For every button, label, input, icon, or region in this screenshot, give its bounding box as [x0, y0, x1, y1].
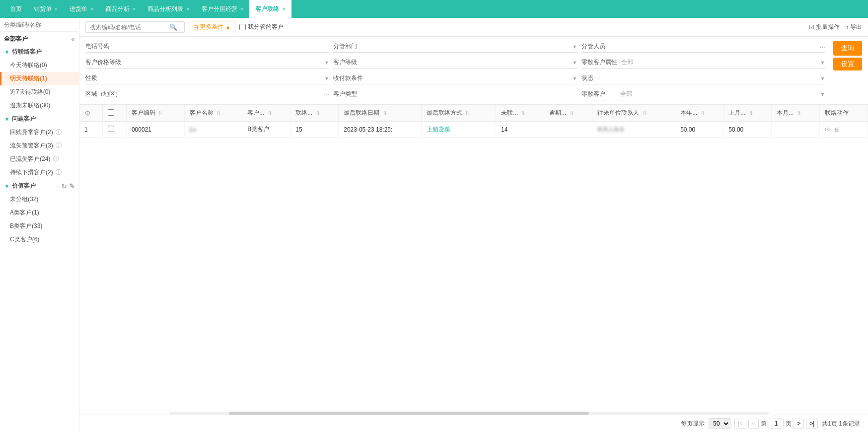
close-icon[interactable]: ×	[133, 6, 136, 12]
per-page-select[interactable]: 50	[709, 418, 730, 429]
query-button[interactable]: 查询	[833, 41, 862, 56]
col-contact-person[interactable]: 往来单位联系人 ⇅	[592, 105, 675, 122]
horizontal-scrollbar[interactable]	[169, 412, 769, 415]
arrow-icon: ▼	[4, 49, 10, 56]
row-select-checkbox[interactable]	[108, 126, 114, 132]
sidebar-search-area: 🔍	[0, 18, 79, 32]
sidebar-item-a-class[interactable]: A类客户(1)	[0, 206, 79, 219]
sidebar: 🔍 全部客户 « ▼ 待联络客户 今天待联络(0) 明天待联络(1) 近7天待联…	[0, 18, 79, 432]
filter-customer-level[interactable]: 客户等级 ▼	[333, 57, 577, 69]
edit-icon[interactable]: ✎	[69, 182, 75, 190]
scrollbar-thumb[interactable]	[229, 412, 589, 415]
nav-item-customer-segment[interactable]: 客户分层经营 ×	[196, 0, 249, 18]
filter-price-level[interactable]: 客户价格等级 ▼	[85, 57, 329, 69]
footer: 每页显示 50 |< < 第 页 > >| 共1页 1条记录	[79, 415, 868, 432]
col-code[interactable]: 客户编码 ⇅	[126, 105, 184, 122]
sort-icon: ⇅	[521, 110, 525, 116]
last-page-button[interactable]: >|	[806, 419, 818, 429]
col-contact-count[interactable]: 联络... ⇅	[290, 105, 339, 122]
filter-region[interactable]: 区域（地区） ···	[85, 88, 329, 100]
col-this-year[interactable]: 本年... ⇅	[675, 105, 723, 122]
close-icon[interactable]: ×	[186, 6, 189, 12]
close-icon[interactable]: ×	[240, 6, 243, 12]
sidebar-item-churn-warning[interactable]: 流失预警客户(3) ⓘ	[0, 139, 79, 152]
prev-page-button[interactable]: <	[748, 419, 759, 429]
more-filters-button[interactable]: ⊟ 更多条件 ▲	[189, 21, 235, 33]
close-icon[interactable]: ×	[90, 6, 93, 12]
sidebar-search-input[interactable]	[4, 21, 78, 28]
filter-dept[interactable]: 分管部门 ▼	[333, 41, 577, 53]
info-icon: ⓘ	[56, 129, 62, 136]
sidebar-item-c-class[interactable]: C类客户(6)	[0, 233, 79, 246]
refresh-icon[interactable]: ↻	[61, 182, 67, 190]
sidebar-item-b-class[interactable]: B类客户(33)	[0, 219, 79, 233]
chevron-down-icon: ▼	[324, 60, 329, 66]
nav-item-product-analysis-list[interactable]: 商品分析列表 ×	[142, 0, 195, 18]
page-number-input[interactable]	[769, 419, 784, 429]
sidebar-item-repurchase-abnormal[interactable]: 回购异常客户(2) ⓘ	[0, 126, 79, 139]
my-customer-checkbox-area[interactable]: 我分管的客户	[239, 23, 284, 31]
sidebar-item-today-pending[interactable]: 今天待联络(0)	[0, 59, 79, 72]
sort-icon: ⇅	[316, 110, 320, 116]
next-page-button[interactable]: >	[794, 419, 804, 429]
col-last-month[interactable]: 上月... ⇅	[723, 105, 772, 122]
col-last-date[interactable]: 最后联络日期 ⇅	[339, 105, 422, 122]
row-this-year: 50.00	[675, 122, 723, 138]
data-table-wrapper: ⚙ 客户编码 ⇅ 客户名称 ⇅	[79, 105, 868, 411]
nav-item-product-analysis[interactable]: 商品分析 ×	[100, 0, 142, 18]
more-icon[interactable]: ⊞	[835, 126, 840, 133]
col-this-month[interactable]: 本月... ⇅	[772, 105, 820, 122]
sidebar-item-7days-pending[interactable]: 近7天待联络(0)	[0, 85, 79, 99]
row-last-method[interactable]: 下销货单	[421, 122, 496, 138]
col-overdue[interactable]: 逾期... ⇅	[544, 105, 592, 122]
export-button[interactable]: ↑ 导出	[846, 23, 862, 31]
search-icon[interactable]: 🔍	[169, 23, 177, 31]
first-page-button[interactable]: |<	[734, 419, 746, 429]
filter-phone: 电话号码	[85, 41, 329, 53]
row-contact-person: 联系人姓名	[592, 122, 675, 138]
close-icon[interactable]: ×	[55, 6, 58, 12]
col-type[interactable]: 客户... ⇅	[242, 105, 290, 122]
filter-retail-customer[interactable]: 零散客户 全部 ▼	[581, 88, 825, 100]
sort-icon: ⇅	[570, 110, 574, 116]
nav-item-sales[interactable]: 销货单 ×	[28, 0, 64, 18]
my-customer-checkbox[interactable]	[239, 24, 246, 30]
sidebar-group-pending: ▼ 待联络客户	[0, 45, 79, 59]
contact-icon[interactable]: ✉	[825, 126, 830, 133]
filter-nature[interactable]: 性质 ▼	[85, 72, 329, 84]
row-overdue	[544, 122, 592, 138]
batch-operation-button[interactable]: ☑ 批量操作	[809, 23, 840, 31]
sidebar-item-tomorrow-pending[interactable]: 明天待联络(1)	[0, 72, 79, 85]
row-checkbox	[103, 122, 127, 138]
nav-item-customer-contact[interactable]: 客户联络 ×	[249, 0, 291, 18]
filter-person[interactable]: 分管人员 ···	[581, 41, 825, 53]
main-layout: 🔍 全部客户 « ▼ 待联络客户 今天待联络(0) 明天待联络(1) 近7天待联…	[0, 18, 868, 432]
all-customers-header[interactable]: 全部客户 «	[0, 32, 79, 45]
chevron-down-icon: ▼	[572, 75, 578, 81]
sort-icon: ⇅	[749, 110, 753, 116]
settings-button[interactable]: 设置	[833, 58, 862, 71]
sidebar-item-declining[interactable]: 持续下滑客户(2) ⓘ	[0, 166, 79, 179]
sidebar-item-ungrouped[interactable]: 未分组(32)	[0, 193, 79, 206]
filter-retail-attr[interactable]: 零散客户属性 全部 ▼	[581, 57, 825, 69]
sidebar-item-churned[interactable]: 已流失客户(24) ⓘ	[0, 152, 79, 166]
filter-status[interactable]: 状态 ▼	[581, 72, 825, 84]
close-icon[interactable]: ×	[282, 6, 285, 12]
scrollbar-area	[79, 411, 868, 415]
chevron-down-icon: ▼	[820, 60, 825, 66]
col-uncontacted[interactable]: 未联... ⇅	[496, 105, 544, 122]
sidebar-item-overdue-contact[interactable]: 逾期未联络(30)	[0, 99, 79, 112]
sort-icon: ⇅	[268, 110, 272, 116]
nav-item-purchase[interactable]: 进货单 ×	[64, 0, 99, 18]
filter-payment-terms[interactable]: 收付款条件 ▼	[333, 72, 577, 84]
nav-item-home[interactable]: 首页	[4, 0, 28, 18]
row-last-month: 50.00	[723, 122, 772, 138]
select-all-checkbox[interactable]	[108, 109, 114, 116]
gear-icon[interactable]: ⚙	[84, 109, 91, 117]
chevron-up-icon: ▲	[225, 24, 231, 31]
col-name[interactable]: 客户名称 ⇅	[184, 105, 242, 122]
col-action: 联络动作	[820, 105, 868, 122]
search-input[interactable]	[90, 24, 169, 31]
col-last-method[interactable]: 最后联络方式 ⇅	[421, 105, 496, 122]
content-area: 🔍 ⊟ 更多条件 ▲ 我分管的客户 ☑ 批量操作 ↑ 导出	[79, 18, 868, 432]
